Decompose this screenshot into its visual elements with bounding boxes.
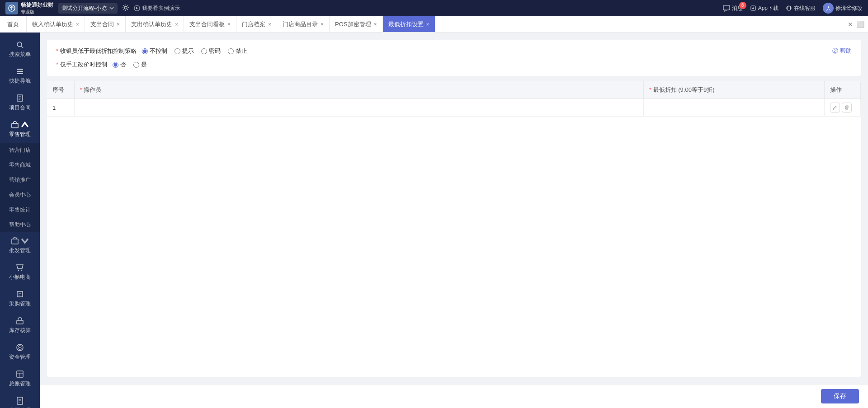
messages-button[interactable]: 消息 8 xyxy=(723,5,743,12)
tab-close-store-archive[interactable]: × xyxy=(268,21,271,28)
avatar-icon: 人 xyxy=(823,3,834,14)
headset-icon xyxy=(786,5,792,11)
table-section: 序号 操作员 最低折扣 (9.00等于9折) 操作 1 xyxy=(47,81,861,377)
contract-icon xyxy=(16,94,24,102)
discount-strategy-radio-group: 不控制 提示 密码 禁止 xyxy=(142,47,247,55)
delete-row-button[interactable] xyxy=(842,103,852,113)
tab-maximize-icon[interactable]: ⬜ xyxy=(857,21,864,28)
radio-remind[interactable]: 提示 xyxy=(175,47,194,55)
svg-point-8 xyxy=(17,42,22,47)
tab-pay-confirm[interactable]: 支出确认单历史 × xyxy=(126,16,184,32)
radio-no-control[interactable]: 不控制 xyxy=(142,47,167,55)
sidebar-item-quicknav[interactable]: 快捷导航 xyxy=(0,63,40,89)
retail-icon xyxy=(11,121,19,129)
app-name: 畅捷通好业财 专业版 xyxy=(21,1,53,15)
demo-link[interactable]: 我要看实例演示 xyxy=(134,5,180,12)
svg-point-1 xyxy=(124,6,127,9)
app-download-button[interactable]: App下载 xyxy=(750,5,778,12)
discount-strategy-label: 收银员低于最低折扣控制策略 xyxy=(56,47,137,55)
tab-pay-contract[interactable]: 支出合同 × xyxy=(85,16,126,32)
tab-close-pay-contract[interactable]: × xyxy=(117,21,120,28)
radio-forbidden[interactable]: 禁止 xyxy=(228,47,247,55)
form-section: 收银员低于最低折扣控制策略 不控制 提示 密码 xyxy=(47,40,861,76)
search-icon xyxy=(16,41,24,49)
sidebar-item-marketing[interactable]: 营销推广 xyxy=(0,173,40,188)
tab-pay-board[interactable]: 支出合同看板 × xyxy=(184,16,236,32)
discount-table: 序号 操作员 最低折扣 (9.00等于9折) 操作 1 xyxy=(47,81,861,117)
tab-close-min-discount[interactable]: × xyxy=(426,21,429,28)
sidebar-item-search[interactable]: 搜索菜单 xyxy=(0,36,40,63)
tab-bar: 首页 收入确认单历史 × 支出合同 × 支出确认单历史 × 支出合同看板 × 门… xyxy=(0,16,868,33)
nav-icon xyxy=(16,67,24,75)
sidebar-item-ledger[interactable]: 总账管理 xyxy=(0,366,40,392)
svg-rect-14 xyxy=(12,239,18,244)
tab-close-pos-password[interactable]: × xyxy=(374,21,377,28)
tab-pos-password[interactable]: POS加密管理 × xyxy=(330,16,382,32)
svg-point-15 xyxy=(18,270,19,271)
discount-strategy-row: 收银员低于最低折扣控制策略 不控制 提示 密码 xyxy=(56,47,852,55)
sidebar-item-inventory[interactable]: 库存核算 xyxy=(0,312,40,339)
tab-close-income[interactable]: × xyxy=(76,21,79,28)
purchase-icon xyxy=(16,290,24,298)
project-selector[interactable]: 测试分开流程-小览 xyxy=(58,3,118,14)
arrow-up-icon xyxy=(21,121,29,129)
user-avatar[interactable]: 人 徐泽华修改 xyxy=(823,3,863,14)
radio-manual-yes[interactable]: 是 xyxy=(133,61,147,69)
sidebar: 搜索菜单 快捷导航 项目合同 零售管理 智营门店 零售商城 营销推广 会员中心 … xyxy=(0,33,40,408)
sidebar-item-ecommerce[interactable]: 小畅电商 xyxy=(0,259,40,286)
sidebar-item-retail-stats[interactable]: 零售统计 xyxy=(0,202,40,217)
help-link[interactable]: ② 帮助 xyxy=(832,47,852,55)
sidebar-item-invoice[interactable]: 发票管理 xyxy=(0,392,40,408)
sidebar-item-member[interactable]: 会员中心 xyxy=(0,188,40,202)
svg-rect-7 xyxy=(790,8,791,9)
tab-store-product[interactable]: 门店商品目录 × xyxy=(277,16,330,32)
sidebar-item-project[interactable]: 项目合同 xyxy=(0,89,40,116)
sidebar-item-retail-mall[interactable]: 零售商城 xyxy=(0,158,40,173)
tab-home[interactable]: 首页 xyxy=(0,16,27,32)
tab-store-archive[interactable]: 门店档案 × xyxy=(236,16,277,32)
sidebar-item-help[interactable]: 帮助中心 xyxy=(0,217,40,232)
radio-password[interactable]: 密码 xyxy=(201,47,221,55)
arrow-down-icon xyxy=(21,237,29,245)
col-header-operator: 操作员 xyxy=(74,81,644,99)
online-service-button[interactable]: 在线客服 xyxy=(786,5,816,12)
app-logo: 畅捷通好业财 专业版 xyxy=(5,1,53,15)
sidebar-item-finance[interactable]: 资金管理 xyxy=(0,339,40,366)
invoice-icon xyxy=(16,397,24,405)
tab-controls: ✕ ⬜ xyxy=(844,16,868,32)
edit-row-button[interactable] xyxy=(830,103,840,113)
inventory-icon xyxy=(16,317,24,325)
sidebar-item-purchase[interactable]: 采购管理 xyxy=(0,286,40,312)
page-content: 收银员低于最低折扣控制策略 不控制 提示 密码 xyxy=(40,33,868,384)
col-header-action: 操作 xyxy=(825,81,861,99)
retail-submenu: 智营门店 零售商城 营销推广 会员中心 零售统计 帮助中心 xyxy=(0,143,40,232)
sidebar-item-wholesale[interactable]: 批发管理 xyxy=(0,232,40,259)
svg-rect-13 xyxy=(12,123,18,128)
demo-icon xyxy=(134,5,140,11)
action-buttons xyxy=(830,103,855,113)
settings-icon[interactable] xyxy=(122,4,129,13)
svg-rect-6 xyxy=(787,8,788,9)
col-header-discount: 最低折扣 (9.00等于9折) xyxy=(644,81,825,99)
radio-manual-no[interactable]: 否 xyxy=(113,61,126,69)
sidebar-item-smart-store[interactable]: 智营门店 xyxy=(0,143,40,158)
tab-close-store-product[interactable]: × xyxy=(321,21,324,28)
logo-icon xyxy=(5,2,18,14)
tab-close-pay-confirm[interactable]: × xyxy=(175,21,178,28)
tab-income-confirm[interactable]: 收入确认单历史 × xyxy=(27,16,85,32)
manual-price-radio-group: 否 是 xyxy=(113,61,147,69)
top-bar-right: 消息 8 App下载 在线客服 人 徐泽华修改 xyxy=(723,3,863,14)
download-icon xyxy=(750,5,756,11)
message-icon xyxy=(723,5,730,12)
sidebar-item-retail[interactable]: 零售管理 xyxy=(0,116,40,143)
tab-close-all-icon[interactable]: ✕ xyxy=(848,21,853,28)
page-footer: 保存 xyxy=(40,384,868,408)
ledger-icon xyxy=(16,370,24,378)
svg-point-16 xyxy=(21,270,22,271)
tab-min-discount[interactable]: 最低折扣设置 × xyxy=(383,16,435,32)
svg-rect-3 xyxy=(723,5,730,10)
save-button[interactable]: 保存 xyxy=(821,389,859,403)
finance-icon xyxy=(16,343,24,352)
cell-seq: 1 xyxy=(47,99,74,117)
tab-close-pay-board[interactable]: × xyxy=(227,21,231,28)
